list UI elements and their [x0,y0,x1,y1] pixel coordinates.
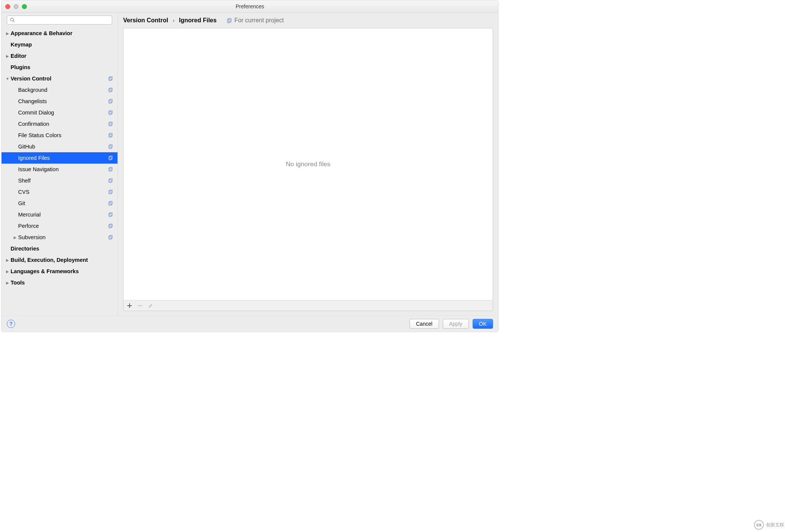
svg-rect-35 [127,305,132,306]
pencil-icon [148,303,153,308]
sidebar-item[interactable]: ▼Version Control [2,73,117,84]
sidebar-item-label: GitHub [2,144,108,150]
svg-rect-25 [110,201,112,205]
sidebar-item-label: Keymap [2,42,108,48]
sidebar-item[interactable]: Issue Navigation [2,164,117,175]
project-scope-icon [108,133,117,138]
sidebar-item-label: Editor [11,53,108,59]
ok-button[interactable]: OK [473,319,493,329]
project-scope-icon [108,212,117,217]
svg-rect-19 [110,167,112,171]
sidebar-item[interactable]: Plugins [2,62,117,73]
sidebar-item-label: Commit Dialog [2,110,108,116]
settings-tree[interactable]: ▶Appearance & BehaviorKeymap▶EditorPlugi… [2,26,117,315]
svg-rect-33 [229,18,231,22]
sidebar-item[interactable]: Git [2,198,117,209]
svg-rect-13 [110,133,112,137]
sidebar-item-label: Ignored Files [2,155,108,161]
svg-rect-32 [227,19,230,22]
minimize-window-button[interactable] [14,4,19,9]
chevron-down-icon[interactable]: ▼ [5,77,11,81]
breadcrumb-parent[interactable]: Version Control [123,17,168,24]
apply-button: Apply [443,319,469,329]
add-button[interactable] [125,302,134,310]
sidebar-item-label: Issue Navigation [2,166,108,172]
zoom-window-button[interactable] [22,4,27,9]
sidebar-item-label: Appearance & Behavior [11,30,108,36]
cancel-button[interactable]: Cancel [409,319,439,329]
chevron-right-icon: › [173,17,175,23]
close-window-button[interactable] [5,4,10,9]
sidebar-item[interactable]: CVS [2,186,117,198]
svg-rect-26 [109,213,111,217]
preferences-window: Preferences ▶Appearance & BehaviorKeymap… [1,0,499,332]
sidebar-item[interactable]: Ignored Files [2,152,117,164]
project-scope-icon [108,224,117,228]
help-button[interactable]: ? [7,320,15,328]
project-scope-icon [108,88,117,92]
svg-rect-18 [109,168,111,172]
sidebar-item[interactable]: ▶Editor [2,50,117,62]
svg-rect-36 [138,305,142,306]
sidebar-item[interactable]: File Status Colors [2,130,117,141]
svg-rect-12 [109,134,111,138]
svg-rect-20 [109,179,111,183]
svg-rect-11 [110,122,112,125]
sidebar-item-label: Shelf [2,178,108,184]
sidebar-item-label: Plugins [2,64,108,70]
chevron-right-icon[interactable]: ▶ [5,54,11,58]
svg-rect-16 [109,157,111,160]
chevron-right-icon[interactable]: ▶ [12,235,18,240]
sidebar-item[interactable]: Perforce [2,220,117,232]
svg-rect-22 [109,191,111,194]
titlebar: Preferences [2,0,498,13]
remove-button [136,302,145,310]
project-scope-icon [108,201,117,206]
search-input[interactable] [7,15,112,25]
svg-rect-27 [110,213,112,216]
sidebar-item-label: Directories [2,246,108,252]
project-scope-icon [108,235,117,240]
sidebar-item[interactable]: Commit Dialog [2,107,117,118]
chevron-right-icon[interactable]: ▶ [5,281,11,285]
minus-icon [138,303,143,308]
sidebar-item[interactable]: ▶Tools [2,277,117,288]
sidebar-item[interactable]: Mercurial [2,209,117,220]
sidebar-item-label: CVS [2,189,108,195]
sidebar-item-label: File Status Colors [2,132,108,138]
scope-text: For current project [234,17,284,24]
sidebar-item[interactable]: Changelists [2,96,117,107]
sidebar-item[interactable]: Background [2,84,117,96]
scope-label: For current project [227,17,284,24]
svg-rect-28 [109,225,111,228]
window-title: Preferences [2,3,498,9]
sidebar-item[interactable]: ▶Appearance & Behavior [2,28,117,39]
svg-rect-3 [110,77,112,80]
project-scope-icon [108,190,117,194]
sidebar-item[interactable]: ▶Languages & Frameworks [2,266,117,277]
svg-rect-10 [109,123,111,126]
svg-rect-8 [109,111,111,115]
ignored-files-panel: No ignored files [123,28,493,311]
search-wrap [2,13,117,26]
ignored-files-list[interactable]: No ignored files [124,28,493,300]
sidebar-item[interactable]: Shelf [2,175,117,186]
sidebar-item[interactable]: Keymap [2,39,117,50]
project-scope-icon [108,156,117,160]
sidebar-item[interactable]: ▶Build, Execution, Deployment [2,254,117,266]
sidebar-item[interactable]: Directories [2,243,117,254]
sidebar-item-label: Version Control [11,76,108,82]
sidebar-item[interactable]: GitHub [2,141,117,152]
plus-icon [127,303,132,308]
chevron-right-icon[interactable]: ▶ [5,269,11,274]
sidebar-item[interactable]: ▶Subversion [2,232,117,243]
svg-rect-2 [109,77,111,81]
svg-rect-24 [109,202,111,206]
chevron-right-icon[interactable]: ▶ [5,31,11,36]
project-scope-icon [108,122,117,126]
chevron-right-icon[interactable]: ▶ [5,258,11,262]
sidebar-item-label: Build, Execution, Deployment [11,257,108,263]
sidebar-item-label: Subversion [18,234,108,240]
svg-rect-21 [110,179,112,182]
sidebar-item[interactable]: Confirmation [2,118,117,130]
